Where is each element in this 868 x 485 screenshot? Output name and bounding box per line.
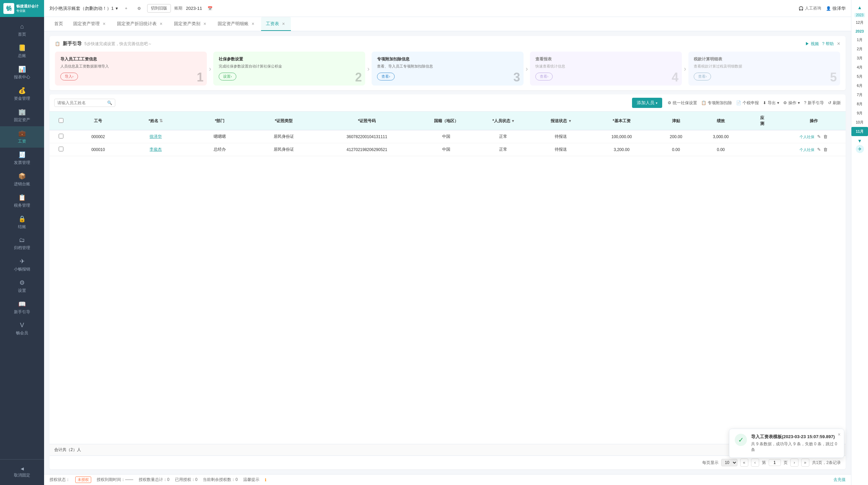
sidebar-item-member[interactable]: V 畅会员	[0, 318, 44, 339]
tab-depreciation-close[interactable]: ×	[158, 21, 164, 26]
special-deduction-btn[interactable]: 📋 专项附加扣除	[701, 100, 732, 106]
sidebar-item-label: 小畅报销	[14, 266, 30, 272]
tab-fixed-assets-close[interactable]: ×	[101, 21, 107, 26]
report-status-filter-icon[interactable]: ▾	[569, 119, 571, 123]
name-sort-icon[interactable]: ⇅	[159, 118, 163, 123]
guide-step-3: 专项附加扣除信息 查看、导入员工专项附加扣除信息 查看› 3	[372, 52, 524, 86]
calendar-up-btn[interactable]: ▲	[856, 4, 863, 11]
calendar-month-5[interactable]: 5月	[851, 72, 868, 81]
calendar-month-12-prev[interactable]: 12月	[851, 18, 868, 27]
go-top-link[interactable]: 去充值	[833, 477, 846, 483]
step4-button[interactable]: 查看›	[535, 73, 553, 80]
sidebar-item-settings[interactable]: ⚙ 设置	[0, 276, 44, 297]
step1-desc: 人员信息及工资数据新增导入	[60, 63, 201, 69]
calendar-month-2[interactable]: 2月	[851, 44, 868, 54]
current-page-input[interactable]	[769, 459, 781, 466]
step1-button[interactable]: 导入›	[60, 73, 78, 80]
first-page-btn[interactable]: «	[740, 459, 748, 467]
tab-fixed-assets[interactable]: 固定资产管理 ×	[68, 17, 112, 31]
calendar-down-btn[interactable]: ▼	[856, 137, 863, 144]
settings-gear-btn[interactable]: ⚙	[134, 4, 144, 13]
sidebar-item-ledger[interactable]: 📒 总账	[0, 41, 44, 62]
next-page-btn[interactable]: ›	[790, 459, 798, 467]
tab-depreciation[interactable]: 固定资产折旧统计表 ×	[112, 17, 169, 31]
sidebar-item-home[interactable]: ⌂ 首页	[0, 20, 44, 41]
toast-close-btn[interactable]: ×	[838, 432, 841, 437]
row1-edit-icon[interactable]: ✎	[817, 134, 821, 139]
prev-page-btn[interactable]: ‹	[751, 459, 759, 467]
refresh-btn[interactable]: ↺ 刷新	[828, 100, 841, 106]
last-page-btn[interactable]: »	[801, 459, 809, 467]
account-selector[interactable]: 刘小艳演示账套（勿删勿动！）1 ▾	[50, 5, 118, 12]
search-icon[interactable]: 🔍	[107, 100, 112, 105]
select-all-checkbox[interactable]	[59, 118, 63, 123]
guide-arrow-4: ›	[682, 65, 688, 73]
sidebar-item-close[interactable]: 🔒 结账	[0, 212, 44, 233]
row2-name-link[interactable]: 李俊杰	[150, 147, 162, 152]
sidebar-item-archive[interactable]: 🗂 归档管理	[0, 233, 44, 254]
export-btn[interactable]: ⬇ 导出 ▾	[763, 100, 779, 106]
row2-checkbox[interactable]	[59, 147, 63, 151]
sidebar-item-new-guide[interactable]: 📖 新手引导	[0, 297, 44, 318]
tab-asset-category-close[interactable]: ×	[202, 21, 208, 26]
row1-name-link[interactable]: 徐泽华	[150, 134, 162, 139]
add-person-button[interactable]: 添加人员 ▾	[632, 98, 662, 108]
calendar-month-3[interactable]: 3月	[851, 54, 868, 63]
row1-checkbox[interactable]	[59, 134, 63, 138]
logo-text: 畅捷通好会计 专业版	[16, 4, 39, 13]
tab-asset-category[interactable]: 固定资产类别 ×	[169, 17, 212, 31]
service-label: 人工咨询	[805, 5, 821, 11]
row2-delete-icon[interactable]: 🗑	[823, 147, 828, 152]
operations-btn[interactable]: ⚙ 操作 ▾	[783, 100, 800, 106]
tab-salary-close[interactable]: ×	[281, 21, 286, 26]
toast-title: 导入工资表模板(2023-03-23 15:07:59.897)	[751, 434, 839, 440]
person-status-filter-icon[interactable]: ▾	[512, 119, 514, 123]
switch-version-button[interactable]: 切到旧版	[147, 4, 171, 13]
new-guide-btn[interactable]: ? 新手引导	[804, 100, 824, 106]
sidebar-item-tax[interactable]: 📋 税务管理	[0, 190, 44, 212]
step3-button[interactable]: 查看›	[377, 73, 395, 80]
human-service-btn[interactable]: 🎧 人工咨询	[798, 5, 821, 11]
calendar-icon[interactable]: 📅	[205, 4, 215, 13]
search-input[interactable]	[57, 100, 105, 105]
calendar-month-6[interactable]: 6月	[851, 81, 868, 90]
sidebar-item-invoices[interactable]: 🧾 发票管理	[0, 148, 44, 169]
sidebar-item-expenses[interactable]: ✈ 小畅报销	[0, 254, 44, 276]
sidebar-item-inventory[interactable]: 📦 进销台账	[0, 169, 44, 190]
add-account-btn[interactable]: ＋	[121, 4, 131, 13]
calendar-month-11[interactable]: 11月	[851, 127, 868, 136]
unfix-btn[interactable]: ◀ 取消固定	[0, 463, 44, 482]
row1-delete-icon[interactable]: 🗑	[823, 134, 828, 139]
step5-button[interactable]: 查看›	[694, 73, 711, 80]
calendar-month-8[interactable]: 8月	[851, 99, 868, 109]
per-page-select[interactable]: 10 20 50	[721, 459, 737, 466]
tax-report-btn[interactable]: 📄 个税申报	[736, 100, 759, 106]
user-profile-btn[interactable]: 👤 徐泽华	[826, 5, 846, 12]
calendar-month-9[interactable]: 9月	[851, 109, 868, 118]
guide-close-btn[interactable]: ×	[837, 41, 840, 47]
calendar-action-btn[interactable]: ✈	[856, 145, 864, 153]
sidebar-item-fixed-assets[interactable]: 🏢 固定资产	[0, 105, 44, 126]
tab-asset-detail-close[interactable]: ×	[250, 21, 256, 26]
step2-button[interactable]: 设置›	[219, 73, 236, 80]
tab-home[interactable]: 首页	[50, 17, 68, 31]
row2-social-insurance-link[interactable]: 个人社保	[800, 148, 814, 152]
row2-edit-icon[interactable]: ✎	[817, 147, 821, 152]
calendar-month-7[interactable]: 7月	[851, 90, 868, 99]
row1-report-status: 待报送	[532, 130, 590, 143]
guide-book-icon: 📋	[55, 41, 60, 46]
row1-social-insurance-link[interactable]: 个人社保	[800, 135, 814, 139]
tab-asset-detail[interactable]: 固定资产明细账 ×	[213, 17, 260, 31]
guide-help-btn[interactable]: ? 帮助	[822, 41, 834, 47]
sidebar-item-salary[interactable]: 💼 工资	[0, 126, 44, 148]
social-insurance-btn[interactable]: ⚙ 统一社保设置	[668, 100, 697, 106]
calendar-month-1[interactable]: 1月	[851, 35, 868, 44]
calendar-month-4[interactable]: 4月	[851, 63, 868, 72]
calendar-month-10[interactable]: 10月	[851, 118, 868, 127]
guide-video-btn[interactable]: ▶ 视频	[805, 41, 818, 47]
guide-step-2: 社保参数设置 完成社保参数设置自动计算社保公积金 设置› 2	[213, 52, 365, 86]
sidebar-item-reports[interactable]: 📊 报表中心	[0, 62, 44, 83]
tab-salary[interactable]: 工资表 ×	[261, 17, 291, 31]
sidebar-item-funds[interactable]: 💰 资金管理	[0, 83, 44, 105]
sidebar-item-label: 畅会员	[16, 330, 28, 336]
